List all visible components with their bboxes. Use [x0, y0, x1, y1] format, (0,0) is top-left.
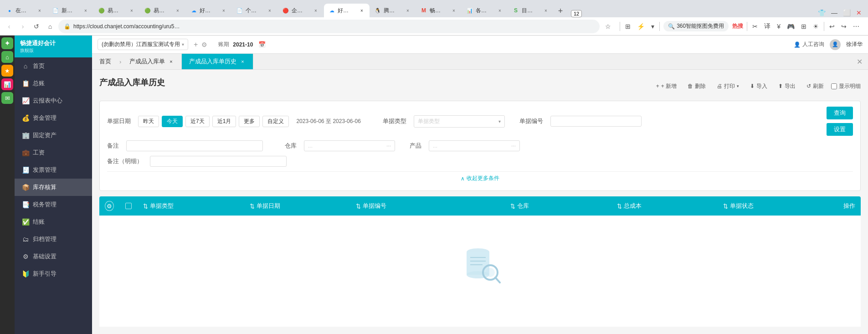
eye-icon[interactable]: ☀	[812, 23, 820, 30]
product-select[interactable]: ... ⋯	[429, 140, 520, 151]
bookmark-button[interactable]: ☆	[602, 21, 613, 32]
th-type[interactable]: ⇅ 单据类型	[138, 197, 244, 215]
company-settings-icon[interactable]: ⚙	[201, 41, 207, 48]
sidebar-item-ledger[interactable]: 📋 总账	[15, 75, 92, 92]
maximize-button[interactable]: ⬜	[842, 8, 852, 17]
tab-count[interactable]: 12	[571, 10, 582, 17]
th-settings[interactable]: ⚙	[99, 196, 119, 216]
redo-icon[interactable]: ↪	[840, 23, 848, 30]
date-btn-custom[interactable]: 自定义	[262, 116, 289, 127]
sidebar-item-archive[interactable]: 🗂 归档管理	[15, 231, 92, 248]
sidebar-item-close-account[interactable]: ✅ 结账	[15, 213, 92, 231]
currency-icon[interactable]: ¥	[776, 23, 782, 30]
user-avatar[interactable]: 👤	[830, 39, 841, 50]
search-area[interactable]: 🔍 360智能抠图免费用	[663, 21, 729, 31]
refresh-button[interactable]: ↺	[31, 21, 42, 32]
browser-tab-7[interactable]: 🔴 企… ×	[278, 4, 324, 17]
sidebar-item-tax[interactable]: 📑 税务管理	[15, 196, 92, 213]
minimize-button[interactable]: —	[830, 8, 838, 17]
th-status[interactable]: ⇅ 单据状态	[718, 197, 824, 215]
sidebar-item-payroll[interactable]: 💼 工资	[15, 144, 92, 161]
select-all-checkbox[interactable]	[125, 203, 132, 209]
tab-close-5[interactable]: ×	[221, 7, 227, 14]
browser-tab-5[interactable]: ☁ 好… ×	[186, 4, 231, 17]
refresh-button-toolbar[interactable]: ↺ 刷新	[803, 81, 827, 92]
breadcrumb-home[interactable]: 首页	[92, 54, 118, 69]
tab-close-1[interactable]: ×	[36, 7, 43, 14]
tab-close-10[interactable]: ×	[451, 7, 457, 14]
tab-close-7[interactable]: ×	[313, 7, 319, 14]
warehouse-select[interactable]: ... ⋯	[304, 140, 395, 151]
calendar-icon[interactable]: 📅	[258, 41, 266, 48]
browser-tab-3[interactable]: 🟢 易… ×	[94, 4, 139, 17]
sidebar-item-cloud-report[interactable]: 📈 云报表中心	[15, 92, 92, 109]
chart-app-icon[interactable]: 📊	[1, 78, 13, 90]
home-app-icon[interactable]: ⌂	[1, 51, 13, 63]
note-filter-input[interactable]	[126, 140, 263, 151]
sidebar-item-settings[interactable]: ⚙ 基础设置	[15, 248, 92, 265]
more-icon[interactable]: ⋯	[852, 23, 861, 30]
back-button[interactable]: ‹	[4, 21, 15, 32]
tab-shirt-icon[interactable]: 👕	[817, 8, 827, 17]
num-filter-input[interactable]	[550, 116, 642, 127]
import-button[interactable]: ⬇ 导入	[746, 81, 771, 92]
tab-warehouse-history[interactable]: 产成品入库单历史 ×	[182, 54, 253, 69]
sidebar-item-inventory[interactable]: 📦 库存核算	[15, 179, 92, 196]
add-button[interactable]: + + 新增	[652, 81, 680, 92]
user-service[interactable]: 👤 人工咨询	[794, 41, 824, 48]
query-button[interactable]: 查询	[827, 107, 853, 119]
tab-close-9[interactable]: ×	[405, 7, 411, 14]
game-icon[interactable]: 🎮	[786, 23, 796, 30]
tab-close-8[interactable]: ×	[359, 7, 365, 14]
tab-close-12[interactable]: ×	[543, 7, 549, 14]
translate-icon[interactable]: 译	[763, 22, 772, 31]
tab-close-3[interactable]: ×	[128, 7, 135, 14]
sidebar-item-invoice[interactable]: 🧾 发票管理	[15, 161, 92, 179]
sidebar-item-fund[interactable]: 💰 资金管理	[15, 109, 92, 127]
table-settings-icon[interactable]: ⚙	[105, 201, 114, 211]
tab-close-2[interactable]: ×	[82, 7, 89, 14]
scissors-icon[interactable]: ✂	[751, 23, 759, 30]
url-bar[interactable]: 🔒 https://cloud.chanjet.com/accounting/u…	[58, 20, 600, 33]
close-window-button[interactable]: ✕	[855, 8, 863, 17]
tab-close-4[interactable]: ×	[175, 7, 181, 14]
browser-tab-9[interactable]: 🐧 腾… ×	[370, 4, 416, 17]
tab-warehouse-in[interactable]: 产成品入库单 ×	[122, 54, 182, 69]
dropdown-icon[interactable]: ▾	[650, 23, 656, 30]
date-btn-more[interactable]: 更多	[239, 116, 260, 127]
tab-close-6[interactable]: ×	[267, 7, 273, 14]
export-button[interactable]: ⬆ 导出	[775, 81, 799, 92]
settings-button[interactable]: 设置	[827, 123, 853, 136]
tab-warehouse-history-close[interactable]: ×	[239, 58, 246, 65]
display-checkbox[interactable]	[831, 83, 837, 89]
type-select[interactable]: 单据类型 ▾	[414, 115, 505, 128]
add-company-button[interactable]: +	[194, 41, 198, 49]
browser-tab-2[interactable]: 📄 新… ×	[48, 4, 93, 17]
home-button[interactable]: ⌂	[45, 21, 56, 32]
th-date[interactable]: ⇅ 单据日期	[244, 197, 351, 215]
new-tab-button[interactable]: +	[554, 5, 567, 17]
hot-search-label[interactable]: 热搜	[732, 22, 743, 30]
date-btn-1month[interactable]: 近1月	[212, 116, 236, 127]
sidebar-item-fixed-assets[interactable]: 🏢 固定资产	[15, 127, 92, 144]
print-button[interactable]: 🖨 打印 ▾	[713, 81, 743, 92]
sidebar-item-home[interactable]: ⌂ 首页	[15, 57, 92, 75]
browser-tab-11[interactable]: 📊 各… ×	[462, 4, 508, 17]
chanjet-icon[interactable]: ✦	[1, 37, 13, 49]
th-warehouse[interactable]: ⇅ 仓库	[505, 197, 611, 215]
browser-tab-1[interactable]: ● 在… ×	[2, 4, 47, 17]
undo-icon[interactable]: ↩	[828, 23, 836, 30]
date-btn-7days[interactable]: 近7天	[185, 116, 210, 127]
browser-tab-12[interactable]: S 目… ×	[508, 4, 554, 17]
collapse-button[interactable]: ∧ 收起更多条件	[107, 171, 853, 185]
browser-tab-8[interactable]: ☁ 好… ×	[324, 4, 370, 17]
sidebar-item-newbie[interactable]: 🔰 新手引导	[15, 265, 92, 283]
th-num[interactable]: ⇅ 单据编号	[350, 197, 505, 215]
th-cost[interactable]: ⇅ 总成本	[611, 197, 718, 215]
tab-close-11[interactable]: ×	[497, 7, 503, 14]
note-detail-filter-input[interactable]	[150, 156, 287, 167]
lightning-icon[interactable]: ⚡	[636, 23, 646, 30]
forward-button[interactable]: ›	[17, 21, 28, 32]
display-checkbox-label[interactable]: 显示明细	[831, 82, 861, 90]
mail-app-icon[interactable]: ✉	[1, 92, 13, 104]
